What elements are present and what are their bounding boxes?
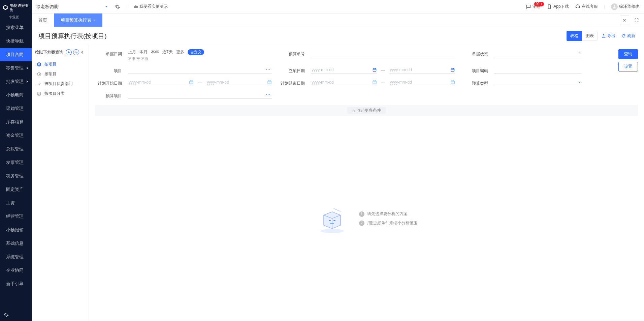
sidebar-item-5[interactable]: 小畅电商 bbox=[0, 88, 32, 102]
collapse-scheme-button[interactable] bbox=[80, 50, 85, 55]
svg-point-13 bbox=[320, 229, 344, 233]
budget-item-picker-button[interactable]: ⋯ bbox=[264, 92, 272, 97]
sidebar-menu: 搜索菜单快捷导航项目合同零售管理批发管理小畅电商采购管理库存核算资金管理总账管理… bbox=[0, 21, 32, 309]
plan-end-from[interactable] bbox=[311, 79, 370, 86]
sidebar-item-2[interactable]: 项目合同 bbox=[0, 48, 32, 61]
sidebar-item-0[interactable]: 搜索菜单 bbox=[0, 21, 32, 34]
bill-status-label: 单据状态 bbox=[461, 49, 488, 57]
quick-custom[interactable]: 自定义 bbox=[188, 49, 204, 55]
budget-item-input[interactable] bbox=[128, 91, 262, 98]
gear-icon bbox=[74, 51, 78, 54]
logo-text: 畅捷通好业财 bbox=[10, 3, 30, 12]
export-button[interactable]: 导出 bbox=[600, 33, 617, 39]
sidebar-item-17[interactable]: 系统管理 bbox=[0, 250, 32, 264]
collapse-filters-button[interactable]: 收起更多条件 bbox=[95, 105, 638, 116]
calendar-icon[interactable] bbox=[372, 80, 377, 85]
quick-last-month[interactable]: 上月 bbox=[128, 49, 136, 55]
main-area: 徐老板勿删! | 我要看实例演示 消息 99 + App下载 bbox=[32, 0, 644, 321]
empty-illustration bbox=[315, 203, 349, 234]
sidebar-settings[interactable] bbox=[0, 309, 32, 321]
sidebar-item-11[interactable]: 税务管理 bbox=[0, 169, 32, 183]
chevron-down-icon[interactable] bbox=[578, 80, 582, 84]
gear-icon bbox=[3, 312, 9, 318]
sidebar-item-16[interactable]: 基础信息 bbox=[0, 237, 32, 250]
plan-end-label: 计划结束日期 bbox=[278, 79, 305, 86]
account-settings-icon[interactable] bbox=[115, 4, 120, 9]
sidebar-item-1[interactable]: 快捷导航 bbox=[0, 34, 32, 48]
close-all-tabs-button[interactable] bbox=[620, 16, 629, 25]
calendar-icon[interactable] bbox=[450, 67, 455, 72]
scheme-item-1[interactable]: 按项目 bbox=[35, 69, 85, 79]
sidebar-item-15[interactable]: 小畅报销 bbox=[0, 223, 32, 237]
quick-this-year[interactable]: 本年 bbox=[151, 49, 159, 55]
app-download[interactable]: App下载 bbox=[547, 4, 569, 9]
project-input[interactable] bbox=[128, 66, 262, 74]
budget-no-input[interactable] bbox=[311, 49, 455, 57]
sidebar-item-14[interactable]: 经营管理 bbox=[0, 210, 32, 223]
project-code-input[interactable] bbox=[494, 66, 582, 74]
setup-date-from[interactable] bbox=[311, 66, 370, 74]
sidebar-item-4[interactable]: 批发管理 bbox=[0, 75, 32, 88]
sidebar-item-13[interactable]: 工资 bbox=[0, 196, 32, 210]
query-button[interactable]: 查询 bbox=[618, 49, 638, 59]
demo-link[interactable]: 我要看实例演示 bbox=[133, 4, 168, 9]
svg-rect-8 bbox=[451, 68, 454, 71]
scheme-item-3[interactable]: 按项目分类 bbox=[35, 89, 85, 98]
support[interactable]: 在线客服 bbox=[575, 4, 598, 9]
empty-state: 1 请先选择要分析的方案 2 用[过滤]条件来缩小分析范围 bbox=[89, 116, 644, 321]
fullscreen-button[interactable] bbox=[632, 16, 641, 25]
add-scheme-button[interactable] bbox=[66, 49, 72, 55]
plan-end-to[interactable] bbox=[389, 79, 448, 86]
logo: 畅捷通好业财 bbox=[0, 0, 32, 16]
bill-date-label: 单据日期 bbox=[95, 49, 122, 57]
budget-type-select[interactable] bbox=[494, 79, 576, 86]
empty-step-2: 2 用[过滤]条件来缩小分析范围 bbox=[359, 220, 418, 226]
tab-1[interactable]: 项目预算执行表× bbox=[54, 13, 102, 27]
fullscreen-icon bbox=[634, 18, 639, 23]
calendar-icon[interactable] bbox=[450, 80, 455, 85]
view-chart-button[interactable]: 图表 bbox=[582, 31, 598, 41]
quick-last7[interactable]: 近7天 bbox=[162, 49, 173, 55]
view-table-button[interactable]: 表格 bbox=[567, 31, 582, 41]
scheme-item-0[interactable]: 按项目 bbox=[35, 59, 85, 69]
bill-status-select[interactable] bbox=[494, 49, 576, 57]
svg-rect-0 bbox=[548, 5, 551, 9]
user-menu[interactable]: 徐泽华修改 bbox=[611, 3, 639, 10]
sidebar-item-18[interactable]: 企业协同 bbox=[0, 264, 32, 277]
chevron-down-icon[interactable] bbox=[578, 51, 582, 55]
sidebar-item-10[interactable]: 发票管理 bbox=[0, 156, 32, 169]
chevron-right-icon bbox=[27, 67, 28, 69]
sidebar-item-3[interactable]: 零售管理 bbox=[0, 61, 32, 75]
setup-date-to[interactable] bbox=[389, 66, 448, 74]
quick-more[interactable]: 更多 bbox=[176, 49, 184, 55]
sidebar-item-7[interactable]: 库存核算 bbox=[0, 115, 32, 129]
doc-icon bbox=[36, 91, 42, 96]
setup-date-label: 立项日期 bbox=[278, 66, 305, 74]
messages[interactable]: 消息 99 + bbox=[526, 4, 541, 9]
calendar-icon[interactable] bbox=[267, 80, 272, 85]
scheme-item-2[interactable]: 按项目负责部门 bbox=[35, 79, 85, 89]
calendar-icon[interactable] bbox=[372, 67, 377, 72]
tabs-bar: 首页项目预算执行表× bbox=[32, 13, 644, 27]
scheme-settings-button[interactable] bbox=[73, 49, 79, 55]
account-selector[interactable]: 徐老板勿删! bbox=[36, 4, 109, 10]
sidebar-item-12[interactable]: 固定资产 bbox=[0, 183, 32, 196]
quick-this-month[interactable]: 本月 bbox=[139, 49, 148, 55]
target-icon bbox=[36, 62, 42, 67]
close-icon bbox=[622, 18, 627, 23]
headset-icon bbox=[575, 4, 580, 9]
project-picker-button[interactable]: ⋯ bbox=[264, 67, 272, 72]
scheme-panel: 按以下方案查询 按项目按项目按项目负责部门按项目分类 bbox=[32, 45, 89, 321]
settings-button[interactable]: 设置 bbox=[618, 62, 638, 71]
plan-start-to[interactable] bbox=[206, 79, 265, 86]
tab-0[interactable]: 首页 bbox=[32, 13, 54, 27]
sidebar-item-9[interactable]: 总账管理 bbox=[0, 142, 32, 156]
sidebar-item-8[interactable]: 资金管理 bbox=[0, 129, 32, 142]
empty-step-1: 1 请先选择要分析的方案 bbox=[359, 211, 418, 217]
sidebar-item-6[interactable]: 采购管理 bbox=[0, 102, 32, 115]
plan-start-from[interactable] bbox=[128, 79, 187, 86]
tab-close-icon[interactable]: × bbox=[93, 18, 96, 23]
refresh-button[interactable]: 刷新 bbox=[619, 33, 637, 39]
calendar-icon[interactable] bbox=[189, 80, 194, 85]
sidebar-item-19[interactable]: 新手引导 bbox=[0, 277, 32, 291]
